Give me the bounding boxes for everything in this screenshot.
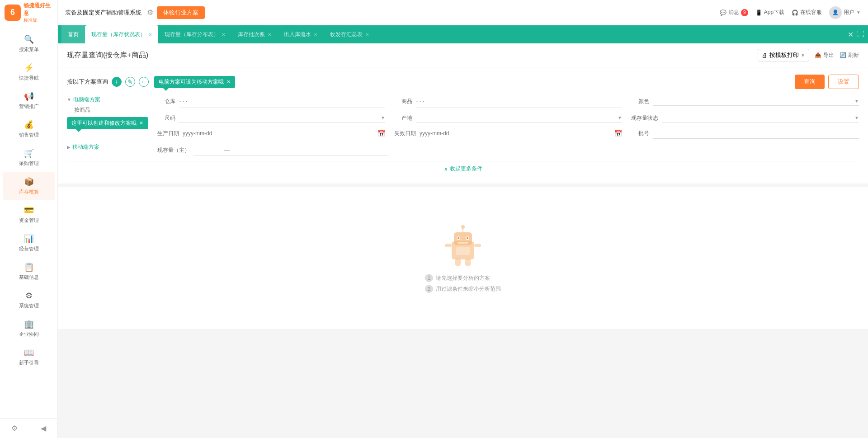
- qty-min-input[interactable]: [193, 147, 221, 153]
- origin-select[interactable]: ▼: [416, 113, 622, 122]
- industry-btn[interactable]: 体验行业方案: [157, 6, 205, 19]
- tab-inout-flow[interactable]: 出入库流水 ✕: [278, 25, 324, 43]
- logo-name: 畅捷通好生意: [24, 2, 53, 17]
- sidebar-item-label: 库存核算: [19, 188, 39, 195]
- hint-item-2: 2 用过滤条件来缩小分析范围: [425, 285, 501, 293]
- tab-label: 现存量（库存分布表）: [165, 31, 219, 38]
- refresh-icon: 🔄: [840, 52, 846, 58]
- sidebar-item-inventory[interactable]: 📦 库存核算: [3, 172, 55, 200]
- sidebar-item-label: 资金管理: [19, 217, 39, 224]
- desktop-scheme-item[interactable]: ▼ 电脑端方案: [67, 94, 148, 105]
- mobile-scheme-item[interactable]: ▶ 移动端方案: [67, 142, 148, 152]
- add-scheme-btn[interactable]: +: [112, 77, 122, 87]
- print-dropdown-icon[interactable]: ▼: [801, 53, 805, 58]
- warehouse-dots[interactable]: ···: [179, 94, 385, 108]
- tabs-bar: 首页 现存量（库存状况表） ✕ 现存量（库存分布表） ✕ 库存批次账 ✕ 出入库…: [58, 25, 868, 43]
- svg-rect-13: [456, 247, 470, 255]
- mobile-scheme-label: 移动端方案: [72, 143, 99, 151]
- size-label: 尺码: [157, 114, 175, 122]
- header-gear-icon[interactable]: ⚙: [147, 8, 153, 17]
- tab-close-icon[interactable]: ✕: [222, 32, 225, 37]
- sidebar-item-enterprise[interactable]: 🏢 企业协同: [3, 315, 55, 342]
- user-menu[interactable]: 👤 用户 ▼: [829, 6, 861, 19]
- tab-close-all-icon[interactable]: ✕: [848, 30, 854, 39]
- sidebar-item-basic-info[interactable]: 📋 基础信息: [3, 258, 55, 285]
- tooltip-create-close[interactable]: ✕: [139, 120, 143, 126]
- sidebar-item-quick-nav[interactable]: ⚡ 快捷导航: [3, 58, 55, 86]
- tab-inventory-batch[interactable]: 库存批次账 ✕: [231, 25, 278, 43]
- exp-date-input[interactable]: [420, 130, 614, 137]
- by-product-item[interactable]: 按商品: [74, 105, 148, 115]
- tab-close-icon[interactable]: ✕: [365, 32, 369, 37]
- tree-arrow-down: ▼: [67, 97, 71, 102]
- inv-status-select[interactable]: ▼: [662, 113, 859, 122]
- origin-select-arrow: ▼: [618, 115, 622, 120]
- sidebar-item-search-menu[interactable]: 🔍 搜索菜单: [3, 30, 55, 57]
- batch-input[interactable]: [653, 128, 859, 139]
- tab-collect-send[interactable]: 收发存汇总表 ✕: [324, 25, 375, 43]
- qty-max-input[interactable]: [234, 147, 261, 153]
- logo-icon: 6: [5, 5, 21, 21]
- sidebar-item-label: 采购管理: [19, 160, 39, 167]
- sidebar-item-finance[interactable]: 💳 资金管理: [3, 201, 55, 228]
- back-scheme-btn[interactable]: ←: [139, 77, 149, 87]
- hint-num-2: 2: [425, 285, 433, 293]
- tree-arrow-right: ▶: [67, 145, 71, 150]
- tab-inventory-dist[interactable]: 现存量（库存分布表） ✕: [158, 25, 231, 43]
- user-avatar: 👤: [829, 6, 842, 19]
- message-label: 消息: [728, 9, 739, 16]
- product-item-label: 按商品: [74, 106, 90, 114]
- color-label: 颜色: [631, 98, 649, 105]
- sidebar-item-system[interactable]: ⚙ 系统管理: [3, 286, 55, 314]
- size-select[interactable]: ▼: [179, 113, 385, 122]
- tab-close-icon[interactable]: ✕: [314, 32, 317, 37]
- tab-home[interactable]: 首页: [61, 25, 85, 43]
- sidebar-item-operations[interactable]: 📊 经营管理: [3, 229, 55, 257]
- collapse-label: 收起更多条件: [450, 165, 482, 173]
- tooltip-close-btn[interactable]: ✕: [226, 79, 231, 85]
- collapse-bar[interactable]: ∧ 收起更多条件: [67, 161, 859, 176]
- refresh-btn[interactable]: 🔄 刷新: [840, 52, 859, 59]
- prod-date-label: 生产日期: [157, 130, 179, 137]
- batch-label: 批号: [631, 130, 649, 137]
- prod-date-field[interactable]: 📅: [183, 128, 385, 139]
- settings-bottom-icon[interactable]: ⚙: [11, 424, 18, 433]
- search-btn[interactable]: 查询: [795, 75, 825, 89]
- product-label: 商品: [394, 98, 412, 105]
- sidebar-item-marketing[interactable]: 📢 营销推广: [3, 87, 55, 114]
- filter-field-exp-date: 失效日期 📅: [394, 128, 622, 139]
- print-btn[interactable]: 🖨 按模板打印 ▼: [758, 49, 809, 61]
- exp-date-calendar-icon[interactable]: 📅: [614, 130, 622, 137]
- tab-label: 收发存汇总表: [330, 31, 363, 38]
- tooltip-create-wrapper: 这里可以创建和修改方案哦 ✕: [67, 117, 148, 129]
- guide-icon: 📖: [24, 348, 34, 358]
- tab-close-icon[interactable]: ✕: [148, 32, 152, 37]
- export-icon: 📤: [815, 52, 821, 58]
- tab-inventory-status[interactable]: 现存量（库存状况表） ✕: [85, 25, 158, 43]
- sidebar-item-sales[interactable]: 💰 销售管理: [3, 115, 55, 143]
- message-btn[interactable]: 💬 消息 9: [720, 9, 748, 16]
- sidebar-item-guide[interactable]: 📖 新手引导: [3, 343, 55, 371]
- color-select[interactable]: ▼: [653, 97, 859, 106]
- tab-close-icon[interactable]: ✕: [268, 32, 271, 37]
- exp-date-field[interactable]: 📅: [420, 128, 622, 139]
- app-download-label: App下载: [764, 9, 784, 16]
- product-dots[interactable]: ···: [416, 94, 622, 108]
- app-download-btn[interactable]: 📱 App下载: [755, 9, 784, 16]
- settings-btn[interactable]: 设置: [828, 75, 859, 89]
- qty-range-field: —: [193, 145, 388, 155]
- filter-field-color: 颜色 ▼: [631, 97, 859, 106]
- filter-row-3: 生产日期 📅 失效日期 📅: [157, 128, 859, 139]
- empty-illustration: [440, 223, 486, 268]
- prod-date-calendar-icon[interactable]: 📅: [377, 130, 385, 137]
- export-btn[interactable]: 📤 导出: [815, 52, 834, 59]
- sidebar-nav: 🔍 搜索菜单 ⚡ 快捷导航 📢 营销推广 💰 销售管理 🛒 采购管理 📦 库存核…: [0, 25, 57, 418]
- scheme-tree: ▼ 电脑端方案 按商品 这里可以创建和修改方案哦 ✕ ▶: [67, 94, 148, 157]
- filter-field-batch: 批号: [631, 128, 859, 139]
- tab-expand-icon[interactable]: ⛶: [857, 30, 864, 38]
- collapse-sidebar-icon[interactable]: ◀: [41, 424, 46, 433]
- edit-scheme-btn[interactable]: ✎: [125, 77, 135, 87]
- online-support-btn[interactable]: 🎧 在线客服: [792, 9, 822, 16]
- prod-date-input[interactable]: [183, 130, 377, 137]
- sidebar-item-purchase[interactable]: 🛒 采购管理: [3, 144, 55, 171]
